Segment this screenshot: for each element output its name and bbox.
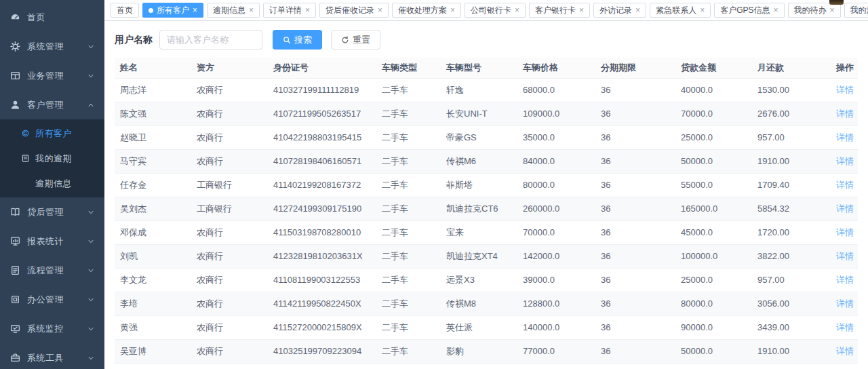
detail-link[interactable]: 详情: [836, 156, 854, 166]
table-row: 陈文强农商行410721199505263517二手车长安UNI-T109000…: [115, 102, 858, 125]
chevron-down-icon: [87, 208, 95, 216]
tab-close-icon[interactable]: ×: [450, 6, 455, 14]
table-cell: 二手车: [376, 268, 441, 292]
table-row: 任存金工商银行411402199208167372二手车菲斯塔80000.036…: [115, 173, 858, 197]
sidebar-item-customer-management[interactable]: 客户管理: [0, 90, 104, 119]
table-cell: [752, 363, 827, 369]
avatar[interactable]: [829, 0, 844, 5]
tab-close-icon[interactable]: ×: [305, 6, 310, 14]
customer-table: 姓名资方身份证号车辆类型车辆型号车辆价格分期期限贷款金额月还款操作 周志洋农商行…: [115, 58, 858, 369]
detail-link[interactable]: 详情: [836, 298, 854, 309]
tab-close-icon[interactable]: ×: [515, 6, 519, 14]
table-cell: 140000.0: [517, 315, 595, 339]
tab-overdue-info[interactable]: 逾期信息 ×: [207, 3, 260, 18]
tab-visit-records[interactable]: 外访记录 ×: [593, 3, 646, 18]
sidebar-item-loan-post-management[interactable]: 贷后管理: [0, 197, 104, 227]
table-header-row: 姓名资方身份证号车辆类型车辆型号车辆价格分期期限贷款金额月还款操作: [115, 58, 858, 78]
table-cell: 84000.0: [517, 149, 595, 173]
tab-order-detail[interactable]: 订单详情 ×: [263, 3, 316, 18]
tab-all-customers[interactable]: 所有客户 ×: [142, 3, 203, 18]
detail-link[interactable]: 详情: [836, 322, 854, 332]
actions-cell: 详情: [827, 78, 858, 102]
table-cell: 36: [595, 268, 675, 292]
tab-collection-plan[interactable]: 催收处理方案 ×: [392, 3, 461, 18]
table-cell: 凯迪拉克XT4: [441, 244, 517, 268]
table-cell: 68000.0: [517, 78, 595, 102]
sidebar-item-report-statistics[interactable]: 报表统计: [0, 227, 104, 256]
detail-link[interactable]: 详情: [836, 227, 854, 237]
sidebar-item-home[interactable]: 首页: [0, 3, 104, 32]
chevron-down-icon: [87, 325, 95, 333]
reset-button[interactable]: 重置: [331, 30, 380, 50]
tab-customer-bank-card[interactable]: 客户银行卡 ×: [529, 3, 590, 18]
tab-customer-gps[interactable]: 客户GPS信息 ×: [714, 3, 784, 18]
table-cell: 轩逸: [441, 78, 517, 102]
tab-close-icon[interactable]: ×: [635, 6, 640, 14]
column-header: 月还款: [752, 58, 827, 78]
table-cell: 41152720000215809X: [268, 315, 376, 339]
table-cell: 二手车: [376, 292, 441, 315]
table-cell: 1720.00: [752, 220, 827, 244]
tab-close-icon[interactable]: ×: [193, 6, 197, 14]
table-cell: 70000.0: [517, 220, 595, 244]
table-row: 赵晓卫农商行410422198803195415二手车帝豪GS35000.036…: [115, 125, 858, 149]
table-cell: 80000.0: [517, 173, 595, 197]
table-cell: 工商银行: [191, 173, 268, 197]
sidebar-item-overdue-info[interactable]: 逾期信息: [0, 171, 104, 196]
customers-icon: [21, 129, 30, 138]
detail-link[interactable]: 详情: [836, 346, 854, 356]
search-button[interactable]: 搜索: [273, 30, 322, 50]
table-cell: 36: [595, 244, 675, 268]
table-cell: 36: [595, 339, 675, 363]
table-cell: 957.00: [752, 125, 827, 149]
table-cell: 142000.0: [517, 244, 595, 268]
chevron-down-icon: [87, 237, 95, 246]
table-cell: 传祺M8: [441, 292, 517, 315]
actions-cell: 详情: [827, 149, 858, 173]
tab-my-process[interactable]: 我的流程 ×: [844, 3, 868, 18]
tab-my-todo[interactable]: 我的待办 ×: [788, 3, 841, 18]
tab-collection-records[interactable]: 贷后催收记录 ×: [319, 3, 389, 18]
detail-link[interactable]: 详情: [836, 180, 854, 190]
sidebar-item-my-overdue[interactable]: 我的逾期: [0, 146, 104, 171]
tab-home[interactable]: 首页 ×: [111, 3, 139, 18]
column-header: 车辆价格: [517, 58, 595, 78]
detail-link[interactable]: 详情: [836, 251, 854, 261]
table-cell: 农商行: [191, 220, 268, 244]
sidebar-item-system-tools[interactable]: 系统工具: [0, 343, 104, 369]
user-icon: [10, 100, 20, 110]
customer-name-input[interactable]: [159, 30, 262, 50]
table-cell: 李培: [115, 292, 191, 315]
tab-close-icon[interactable]: ×: [773, 6, 778, 14]
sidebar-item-all-customers[interactable]: 所有客户: [0, 121, 104, 146]
detail-link[interactable]: 详情: [836, 132, 854, 142]
sidebar-item-system-monitor[interactable]: 系统监控: [0, 314, 104, 343]
table-cell: 农商行: [191, 102, 268, 125]
sidebar-item-process-management[interactable]: 流程管理: [0, 256, 104, 285]
table-cell: 工商银行: [191, 197, 268, 220]
table-cell: 陈文强: [115, 102, 191, 125]
tab-close-icon[interactable]: ×: [700, 6, 705, 14]
chevron-down-icon: [87, 354, 95, 362]
table-cell: 1709.40: [752, 173, 827, 197]
sidebar-item-office-management[interactable]: 办公管理: [0, 285, 104, 314]
tab-emergency-contacts[interactable]: 紧急联系人 ×: [650, 3, 711, 18]
tab-company-bank-card[interactable]: 公司银行卡 ×: [465, 3, 526, 18]
detail-link[interactable]: 详情: [836, 275, 854, 285]
tab-close-icon[interactable]: ×: [579, 6, 584, 14]
tab-close-icon[interactable]: ×: [830, 6, 835, 14]
table-cell: 刘凯: [115, 244, 191, 268]
table-cell: 36: [595, 315, 675, 339]
table-cell: 农商行: [191, 149, 268, 173]
sidebar-item-system-management[interactable]: 系统管理: [0, 32, 104, 61]
sidebar-item-business-management[interactable]: 业务管理: [0, 61, 104, 90]
table-cell: 411503198708280010: [268, 220, 376, 244]
detail-link[interactable]: 详情: [836, 203, 854, 214]
table-cell: 41232819810203631X: [268, 244, 376, 268]
tab-close-icon[interactable]: ×: [378, 6, 382, 14]
table-row: 李文龙农商行411081199003122553二手车远景X339000.036…: [115, 268, 858, 292]
detail-link[interactable]: 详情: [836, 109, 854, 119]
detail-link[interactable]: 详情: [836, 85, 854, 95]
tab-close-icon[interactable]: ×: [249, 6, 254, 14]
table-cell: 41142119950822450X: [268, 292, 376, 315]
